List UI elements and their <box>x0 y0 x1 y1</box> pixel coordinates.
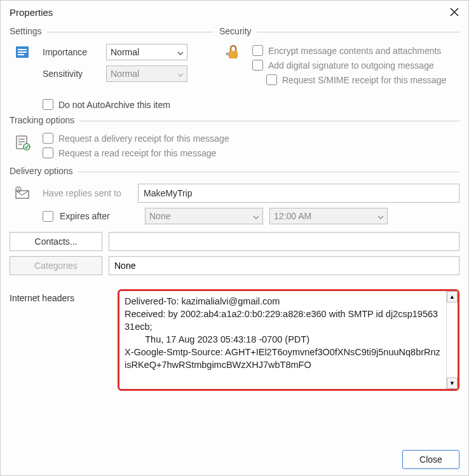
expires-label: Expires after <box>60 211 123 221</box>
replies-label: Have replies sent to <box>43 188 132 198</box>
tracking-icon <box>10 134 36 151</box>
autoarchive-checkbox[interactable] <box>43 99 53 110</box>
scrollbar[interactable]: ▲ ▼ <box>446 291 458 389</box>
tracking-heading: Tracking options <box>10 115 74 125</box>
importance-select[interactable] <box>106 44 187 60</box>
settings-icon <box>10 45 36 59</box>
categories-button: Categories <box>10 256 102 275</box>
delivery-icon <box>10 186 36 201</box>
settings-heading: Settings <box>10 26 42 36</box>
svg-rect-1 <box>18 49 27 50</box>
svg-rect-4 <box>229 51 238 58</box>
svg-rect-3 <box>18 54 24 55</box>
lock-icon <box>219 44 246 60</box>
sensitivity-select <box>106 65 187 82</box>
security-heading: Security <box>219 26 252 36</box>
contacts-input[interactable] <box>109 232 459 251</box>
categories-input[interactable] <box>109 256 459 275</box>
svg-point-6 <box>24 144 30 150</box>
smime-checkbox[interactable] <box>266 74 277 85</box>
scroll-up-icon[interactable]: ▲ <box>447 291 458 303</box>
contacts-button[interactable]: Contacts... <box>10 232 102 251</box>
expires-checkbox[interactable] <box>43 211 53 222</box>
headers-box: Delivered-To: kazimalialvi@gmail.com Rec… <box>118 289 459 391</box>
encrypt-checkbox[interactable] <box>252 45 263 56</box>
sensitivity-label: Sensitivity <box>43 69 100 79</box>
headers-textarea[interactable]: Delivered-To: kazimalialvi@gmail.com Rec… <box>119 291 446 389</box>
importance-label: Importance <box>43 47 100 57</box>
read-receipt-checkbox[interactable] <box>43 147 53 158</box>
delivery-receipt-checkbox[interactable] <box>43 133 53 144</box>
signature-label: Add digital signature to outgoing messag… <box>268 60 434 71</box>
delivery-heading: Delivery options <box>10 166 73 176</box>
close-button[interactable]: Close <box>402 450 459 469</box>
expires-date-select <box>145 208 263 224</box>
signature-checkbox[interactable] <box>252 60 263 71</box>
autoarchive-label: Do not AutoArchive this item <box>58 100 170 110</box>
close-icon[interactable] <box>447 4 462 20</box>
window-title: Properties <box>10 7 53 18</box>
smime-label: Request S/MIME receipt for this message <box>282 75 446 85</box>
svg-rect-2 <box>18 51 27 53</box>
encrypt-label: Encrypt message contents and attachments <box>268 46 441 56</box>
properties-dialog: Properties Settings Importance <box>0 0 469 476</box>
delivery-receipt-label: Request a delivery receipt for this mess… <box>58 133 229 144</box>
expires-time-select <box>269 208 388 224</box>
title-bar: Properties <box>1 1 468 24</box>
headers-label: Internet headers <box>10 289 111 303</box>
read-receipt-label: Request a read receipt for this message <box>58 148 216 158</box>
scroll-down-icon[interactable]: ▼ <box>447 377 458 389</box>
replies-input[interactable] <box>138 184 459 203</box>
